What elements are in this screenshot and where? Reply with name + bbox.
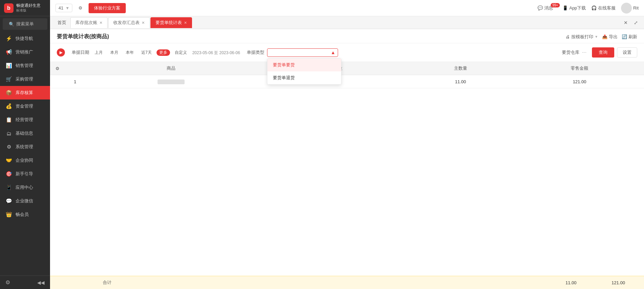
sidebar: b 畅捷通好生意 标准版 🔍 搜索菜单 ⚡ 快捷导航 📢 营销推广 📊 销售管理… bbox=[0, 0, 50, 289]
refresh-button[interactable]: 🔄 刷新 bbox=[622, 34, 637, 40]
warehouse-more-icon[interactable]: ··· bbox=[582, 49, 587, 55]
row-seq: 1 bbox=[65, 75, 85, 88]
message-badge: 99+ bbox=[551, 3, 560, 7]
sidebar-item-purchase[interactable]: 🛒 采购管理 bbox=[0, 72, 50, 86]
close-all-button[interactable]: ✕ bbox=[622, 19, 630, 27]
filter-bar: ▶ 单据日期 上月 本月 本年 近7天 更多 自定义 2023-05-06 至 … bbox=[50, 43, 644, 62]
inventory-icon: 📦 bbox=[5, 89, 12, 96]
newguide-icon: 🎯 bbox=[5, 171, 12, 177]
logo-icon: b bbox=[4, 3, 14, 13]
tabbar: 首页 库存批次账 ✕ 收发存汇总表 ✕ 要货单统计表 ✕ ✕ ⤢ bbox=[50, 16, 644, 29]
sidebar-item-inventory[interactable]: 📦 库存核算 bbox=[0, 86, 50, 99]
sidebar-item-newguide[interactable]: 🎯 新手引导 bbox=[0, 167, 50, 181]
sidebar-item-label: 资金管理 bbox=[16, 103, 33, 109]
row-product bbox=[85, 75, 257, 88]
product-name-placeholder bbox=[158, 80, 185, 84]
query-button[interactable]: 查询 bbox=[592, 47, 614, 58]
col-seq bbox=[65, 62, 85, 75]
type-dropdown-menu: 要货单要货 要货单退货 bbox=[267, 58, 341, 85]
tab-home[interactable]: 首页 bbox=[54, 20, 70, 26]
export-label: 导出 bbox=[609, 34, 618, 40]
sidebar-item-wecom[interactable]: 💬 企业微信 bbox=[0, 194, 50, 208]
user-avatar[interactable]: Rit bbox=[621, 3, 639, 14]
this-month-btn[interactable]: 本月 bbox=[108, 49, 121, 56]
sidebar-item-quicknav[interactable]: ⚡ 快捷导航 bbox=[0, 32, 50, 45]
app-name: 畅捷通好生意 bbox=[16, 3, 41, 8]
sidebar-item-member[interactable]: 👑 畅会员 bbox=[0, 208, 50, 221]
sidebar-item-label: 应用中心 bbox=[16, 184, 33, 191]
print-label: 按模板打印 bbox=[571, 34, 593, 40]
data-table: ⚙ 商品 主计量单位 主数量 零售金额 1 bbox=[50, 62, 644, 88]
dropdown-toggle-icon[interactable]: ▲ bbox=[331, 50, 335, 55]
purchase-icon: 🛒 bbox=[5, 76, 12, 83]
search-menu-item[interactable]: 🔍 搜索菜单 bbox=[3, 18, 47, 30]
footer-qty: 11.00 bbox=[551, 280, 591, 285]
app-sub: 标准版 bbox=[16, 8, 41, 13]
col-qty: 主数量 bbox=[406, 62, 515, 75]
print-button[interactable]: 🖨 按模板打印 ▼ bbox=[566, 34, 598, 40]
tab-close-icon[interactable]: ✕ bbox=[184, 21, 187, 25]
dropdown-item-return[interactable]: 要货单退货 bbox=[267, 71, 341, 84]
tab-close-icon[interactable]: ✕ bbox=[99, 21, 102, 25]
sidebar-item-operations[interactable]: 📋 经营管理 bbox=[0, 113, 50, 127]
operations-icon: 📋 bbox=[5, 116, 12, 123]
tab-requisition[interactable]: 要货单统计表 ✕ bbox=[150, 17, 192, 28]
date-filter-group: 单据日期 上月 本月 本年 近7天 更多 自定义 2023-05-06 至 20… bbox=[72, 49, 240, 56]
row-settings bbox=[50, 75, 65, 88]
headset-icon: 🎧 bbox=[591, 5, 597, 10]
settings-gear-button[interactable]: ⚙ bbox=[76, 3, 85, 13]
search-icon: 🔍 bbox=[9, 22, 14, 27]
sidebar-item-label: 快捷导航 bbox=[16, 36, 33, 42]
user-name: Rit bbox=[633, 5, 639, 10]
enterprise-icon: 🤝 bbox=[5, 157, 12, 164]
export-button[interactable]: 📤 导出 bbox=[602, 34, 618, 40]
col-product: 商品 bbox=[85, 62, 257, 75]
wecom-icon: 💬 bbox=[5, 198, 12, 204]
sidebar-item-marketing[interactable]: 📢 营销推广 bbox=[0, 45, 50, 59]
sidebar-item-appcenter[interactable]: 📱 应用中心 bbox=[0, 181, 50, 194]
tab-batch-label: 库存批次账 bbox=[75, 20, 97, 26]
last-month-btn[interactable]: 上月 bbox=[92, 49, 105, 56]
topbar-right: 💬 消息 99+ 📱 App下载 🎧 在线客服 Rit bbox=[538, 3, 639, 14]
dropdown-item-requisition[interactable]: 要货单要货 bbox=[267, 59, 341, 71]
sidebar-item-sales[interactable]: 📊 销售管理 bbox=[0, 59, 50, 72]
sidebar-item-system[interactable]: ⚙ 系统管理 bbox=[0, 140, 50, 154]
sidebar-item-finance[interactable]: 💰 资金管理 bbox=[0, 99, 50, 113]
this-year-btn[interactable]: 本年 bbox=[123, 49, 137, 56]
last-7-days-btn[interactable]: 近7天 bbox=[139, 49, 154, 56]
type-filter-input[interactable] bbox=[267, 48, 338, 57]
message-button[interactable]: 💬 消息 99+ bbox=[538, 5, 557, 11]
custom-date-btn[interactable]: 自定义 bbox=[172, 49, 190, 56]
row-amount: 121.00 bbox=[515, 75, 644, 88]
sidebar-item-label: 企业微信 bbox=[16, 198, 33, 204]
col-settings[interactable]: ⚙ bbox=[50, 62, 65, 75]
col-amount: 零售金额 bbox=[515, 62, 644, 75]
sidebar-item-enterprise[interactable]: 🤝 企业协同 bbox=[0, 154, 50, 167]
trial-button[interactable]: 体验行业方案 bbox=[89, 3, 126, 13]
table-footer: 合计 11.00 121.00 bbox=[50, 276, 644, 289]
quicknav-icon: ⚡ bbox=[5, 35, 12, 42]
app-download-label: App下载 bbox=[569, 5, 586, 11]
sidebar-item-label: 基础信息 bbox=[16, 130, 33, 136]
fullscreen-button[interactable]: ⤢ bbox=[632, 19, 640, 27]
sidebar-item-label: 经营管理 bbox=[16, 117, 33, 123]
phone-icon: 📱 bbox=[563, 5, 568, 10]
more-dates-btn[interactable]: 更多 bbox=[157, 49, 170, 56]
tabbar-actions: ✕ ⤢ bbox=[622, 19, 640, 27]
online-service-button[interactable]: 🎧 在线客服 bbox=[591, 5, 616, 11]
company-selector[interactable]: 41 ▼ bbox=[55, 4, 72, 12]
table-row: 1 块 11.00 121.00 bbox=[50, 75, 644, 88]
sidebar-footer: ⚙ ◀◀ bbox=[0, 275, 50, 289]
filter-settings-button[interactable]: 设置 bbox=[617, 47, 637, 58]
sidebar-settings-icon[interactable]: ⚙ bbox=[5, 279, 10, 286]
tab-summary[interactable]: 收发存汇总表 ✕ bbox=[108, 17, 150, 28]
marketing-icon: 📢 bbox=[5, 49, 12, 55]
tab-close-icon[interactable]: ✕ bbox=[142, 21, 145, 25]
sidebar-item-label: 营销推广 bbox=[16, 49, 33, 55]
filter-expand-button[interactable]: ▶ bbox=[57, 48, 65, 57]
footer-amount: 121.00 bbox=[598, 280, 639, 285]
app-download-button[interactable]: 📱 App下载 bbox=[563, 5, 586, 11]
tab-batch[interactable]: 库存批次账 ✕ bbox=[70, 17, 108, 28]
sidebar-collapse-icon[interactable]: ◀◀ bbox=[37, 280, 45, 285]
sidebar-item-basic[interactable]: 🗂 基础信息 bbox=[0, 127, 50, 140]
